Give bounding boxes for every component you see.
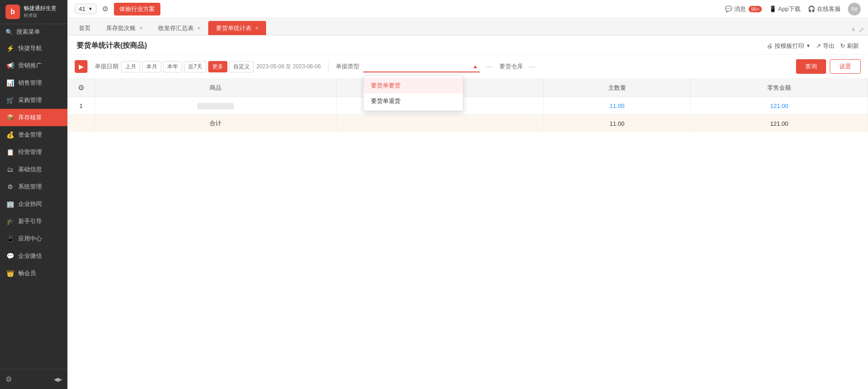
- tab-purchase-order-label: 要货单统计表: [216, 24, 252, 32]
- search-icon: 🔍: [5, 29, 13, 36]
- sidebar-item-label: 库存核算: [18, 113, 42, 122]
- sidebar-item-member[interactable]: 👑 畅会员: [0, 265, 67, 282]
- page-actions: 🖨 按模板打印 ▼ ↗ 导出 ↻ 刷新: [767, 42, 859, 50]
- sidebar-item-label: 企业微信: [18, 252, 42, 260]
- sidebar-item-system[interactable]: ⚙ 系统管理: [0, 178, 67, 195]
- message-label: 消息: [734, 5, 746, 13]
- header-left: 41 ▼ ⚙ 体验行业方案: [75, 3, 160, 15]
- type-select-chevron-icon[interactable]: ▲: [473, 63, 478, 70]
- message-badge: 99+: [749, 6, 762, 12]
- sidebar-item-basic[interactable]: 🗂 基础信息: [0, 161, 67, 178]
- store-selector[interactable]: 41 ▼: [75, 4, 97, 14]
- sidebar-item-app-center[interactable]: 📱 应用中心: [0, 230, 67, 247]
- query-button[interactable]: 查询: [796, 59, 826, 74]
- tab-inventory[interactable]: 库存批次账 ×: [98, 21, 150, 35]
- settings-button[interactable]: 设置: [830, 59, 861, 74]
- service-label: 在线客服: [817, 5, 841, 13]
- total-empty-2: [336, 115, 543, 133]
- download-icon: 📱: [769, 5, 776, 12]
- col-settings-header[interactable]: ⚙: [67, 79, 95, 97]
- sidebar-item-label: 营销推广: [18, 61, 42, 70]
- sidebar-item-marketing[interactable]: 📢 营销推广: [0, 57, 67, 74]
- app-download-action[interactable]: 📱 App下载: [769, 5, 801, 13]
- message-action[interactable]: 💬 消息 99+: [725, 5, 762, 13]
- col-quantity-header: 主数量: [544, 79, 691, 97]
- filter-actions: 查询 设置: [796, 59, 861, 74]
- row-index: 1: [67, 97, 95, 115]
- total-empty-1: [67, 115, 95, 133]
- export-action[interactable]: ↗ 导出: [816, 42, 835, 50]
- type-select-input[interactable]: [363, 61, 480, 72]
- date-btn-more[interactable]: 更多: [208, 61, 227, 72]
- total-amount: 121.00: [691, 115, 868, 133]
- type-filter-label: 单据类型: [336, 62, 360, 71]
- dropdown-item-order[interactable]: 要货单要货: [364, 78, 463, 93]
- sidebar-item-guide[interactable]: 🎓 新手引导: [0, 213, 67, 230]
- print-icon: 🖨: [767, 42, 773, 49]
- app-center-icon: 📱: [5, 235, 15, 242]
- row-product: [95, 97, 336, 115]
- tab-receivable-label: 收发存汇总表: [158, 24, 194, 32]
- finance-icon: 💰: [5, 131, 15, 138]
- user-avatar[interactable]: Rit: [848, 3, 861, 15]
- sidebar-item-label: 快捷导航: [18, 44, 42, 52]
- sidebar-item-label: 资金管理: [18, 131, 42, 139]
- filter-bar: ▶ 单据日期 上月 本月 本年 近7天 更多 自定义 2023-05-06 至 …: [67, 55, 868, 79]
- wechat-icon: 💬: [5, 252, 15, 260]
- tabs-bar: 首页 库存批次账 × 收发存汇总表 × 要货单统计表 × × ⤢: [67, 18, 868, 36]
- sidebar-search[interactable]: 🔍 搜索菜单: [0, 24, 67, 40]
- tab-inventory-close[interactable]: ×: [139, 25, 143, 31]
- sidebar-item-wechat[interactable]: 💬 企业微信: [0, 247, 67, 265]
- type-filter-group: 单据类型 ▲ ··· 要货单要货 要货单退货: [336, 61, 492, 72]
- print-label: 按模板打印: [775, 42, 804, 50]
- date-btn-this-month[interactable]: 本月: [142, 61, 161, 72]
- sidebar-item-inventory[interactable]: 📦 库存核算: [0, 109, 67, 126]
- print-action[interactable]: 🖨 按模板打印 ▼: [767, 42, 811, 50]
- type-more-icon[interactable]: ···: [485, 62, 492, 72]
- export-label: 导出: [823, 42, 835, 50]
- sidebar-item-purchase[interactable]: 🛒 采购管理: [0, 92, 67, 109]
- sidebar-item-sales[interactable]: 📊 销售管理: [0, 74, 67, 92]
- tab-close-all-icon[interactable]: ×: [852, 26, 855, 33]
- tab-purchase-order[interactable]: 要货单统计表 ×: [208, 21, 266, 35]
- refresh-label: 刷新: [847, 42, 859, 50]
- date-btn-last-month[interactable]: 上月: [121, 61, 140, 72]
- industry-button[interactable]: 体验行业方案: [114, 3, 160, 15]
- col-amount-header: 零售金额: [691, 79, 868, 97]
- tab-receivable[interactable]: 收发存汇总表 ×: [150, 21, 208, 35]
- tab-window-buttons: × ⤢: [852, 26, 864, 35]
- table-settings-icon[interactable]: ⚙: [78, 84, 84, 92]
- date-btn-this-year[interactable]: 本年: [163, 61, 182, 72]
- main-area: 41 ▼ ⚙ 体验行业方案 💬 消息 99+ 📱 App下载 🎧 在线客服 Ri…: [67, 0, 868, 389]
- refresh-action[interactable]: ↻ 刷新: [840, 42, 859, 50]
- warehouse-more-icon[interactable]: ···: [529, 62, 535, 72]
- filter-toggle-btn[interactable]: ▶: [75, 60, 87, 73]
- dropdown-item-return[interactable]: 要货单退货: [364, 93, 463, 109]
- tab-receivable-close[interactable]: ×: [197, 25, 200, 31]
- date-btn-custom[interactable]: 自定义: [229, 61, 254, 72]
- date-filter-group: 单据日期 上月 本月 本年 近7天 更多 自定义 2023-05-06 至 20…: [95, 61, 321, 72]
- table-total-row: 合计 11.00 121.00: [67, 115, 868, 133]
- message-icon: 💬: [725, 5, 732, 12]
- sidebar-item-enterprise[interactable]: 🏢 企业协同: [0, 195, 67, 213]
- sidebar-item-label: 采购管理: [18, 96, 42, 104]
- type-dropdown-menu: 要货单要货 要货单退货: [363, 76, 463, 111]
- guide-icon: 🎓: [5, 218, 15, 225]
- sidebar-item-operation[interactable]: 📋 经营管理: [0, 143, 67, 161]
- header-gear-icon[interactable]: ⚙: [102, 5, 108, 13]
- tab-home[interactable]: 首页: [71, 21, 98, 35]
- online-service-action[interactable]: 🎧 在线客服: [808, 5, 841, 13]
- sidebar-item-label: 畅会员: [18, 269, 36, 277]
- store-chevron-icon: ▼: [88, 6, 92, 11]
- service-icon: 🎧: [808, 5, 815, 12]
- date-btn-7-days[interactable]: 近7天: [184, 61, 206, 72]
- footer-collapse-icon[interactable]: ◀▶: [54, 376, 62, 383]
- footer-settings-icon[interactable]: ⚙: [5, 375, 12, 384]
- logo-icon: b: [5, 5, 20, 19]
- tab-purchase-order-close[interactable]: ×: [255, 25, 258, 31]
- sidebar-item-finance[interactable]: 💰 资金管理: [0, 126, 67, 143]
- col-product-header: 商品: [95, 79, 336, 97]
- sidebar-item-quick-nav[interactable]: ⚡ 快捷导航: [0, 40, 67, 57]
- tab-expand-icon[interactable]: ⤢: [859, 26, 864, 33]
- sidebar-item-label: 应用中心: [18, 235, 42, 243]
